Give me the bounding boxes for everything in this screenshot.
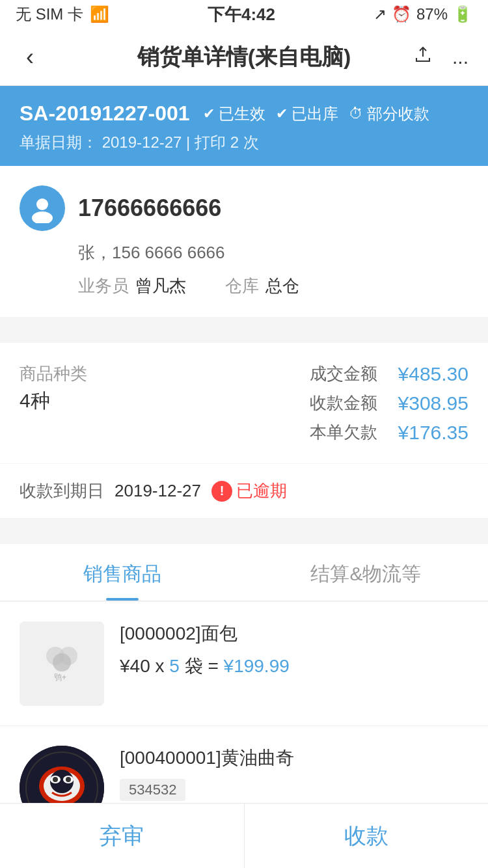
reject-button[interactable]: 弃审: [0, 804, 245, 868]
svg-text:鸮+: 鸮+: [54, 673, 66, 682]
category-count: 4种: [20, 388, 87, 414]
more-button[interactable]: ...: [452, 46, 468, 68]
collected-label: 收款金额: [310, 392, 377, 414]
product-info-1: [0000002]面包 ¥40 x 5 袋 = ¥199.99: [120, 621, 468, 679]
nav-bar: ‹ 销货单详情(来自电脑) ...: [0, 29, 488, 86]
salesman-label: 业务员: [78, 275, 129, 297]
print-count: 2: [230, 133, 239, 151]
print-unit: 次: [243, 133, 259, 151]
svg-point-14: [66, 777, 71, 782]
salesman-name: 曾凡杰: [135, 275, 186, 297]
overdue-badge: ! 已逾期: [211, 480, 287, 502]
product-name-2: [000400001]黄油曲奇: [120, 746, 468, 770]
status-time: 下午4:42: [208, 3, 275, 26]
status-effective: ✔ 已生效: [203, 103, 265, 124]
nav-actions: ...: [413, 45, 468, 69]
debt-row: 本单欠款 ¥176.35: [310, 421, 468, 444]
order-date-info: 单据日期： 2019-12-27 | 打印 2 次: [20, 132, 468, 153]
stats-section: 商品种类 4种 成交金额 ¥485.30 收款金额 ¥308.95 本单欠款 ¥…: [0, 343, 488, 463]
svg-point-1: [32, 211, 53, 223]
customer-section: 17666666666 张，156 6666 6666 业务员 曾凡杰 仓库 总…: [0, 166, 488, 317]
carrier-text: 无 SIM 卡: [16, 4, 83, 25]
debt-value: ¥176.35: [390, 422, 468, 444]
amount-row: 成交金额 ¥485.30: [310, 362, 468, 385]
product-qty-1: 5: [169, 656, 180, 676]
product-name-1: [0000002]面包: [120, 621, 468, 646]
customer-meta: 业务员 曾凡杰 仓库 总仓: [20, 275, 468, 297]
status-shipped: ✔ 已出库: [276, 103, 338, 124]
status-partial: ⏱ 部分收款: [349, 103, 429, 124]
print-separator: | 打印: [186, 133, 230, 151]
collected-row: 收款金额 ¥308.95: [310, 392, 468, 414]
wifi-icon: 📶: [90, 5, 109, 23]
overdue-icon: !: [211, 481, 232, 502]
location-icon: ↗: [373, 5, 386, 23]
category-stats: 商品种类 4种: [20, 362, 87, 414]
collected-value: ¥308.95: [390, 392, 468, 414]
svg-point-0: [36, 198, 48, 210]
due-date-value: 2019-12-27: [115, 481, 201, 501]
status-right: ↗ ⏰ 87% 🔋: [373, 5, 472, 23]
due-date-section: 收款到期日 2019-12-27 ! 已逾期: [0, 464, 488, 518]
warehouse-label: 仓库: [225, 275, 259, 297]
warehouse-info: 仓库 总仓: [225, 275, 299, 297]
amount-value: ¥485.30: [390, 363, 468, 385]
status-left: 无 SIM 卡 📶: [16, 4, 109, 25]
page-title: 销货单详情(来自电脑): [137, 42, 351, 72]
back-button[interactable]: ‹: [20, 37, 40, 77]
warehouse-name: 总仓: [265, 275, 299, 297]
avatar: [20, 185, 65, 231]
order-number-row: SA-20191227-001 ✔ 已生效 ✔ 已出库 ⏱ 部分收款: [20, 102, 468, 126]
battery-text: 87%: [416, 5, 448, 23]
customer-id: 17666666666: [78, 195, 221, 222]
divider-2: [0, 531, 488, 544]
customer-name-row: 17666666666: [20, 185, 468, 231]
order-number: SA-20191227-001: [20, 102, 190, 126]
check-icon-2: ✔: [276, 105, 288, 122]
tab-settlement-logistics[interactable]: 结算&物流等: [244, 544, 488, 601]
product-total-1: ¥199.99: [224, 656, 290, 676]
debt-label: 本单欠款: [310, 421, 377, 444]
overdue-text: 已逾期: [236, 480, 287, 502]
collect-button[interactable]: 收款: [245, 804, 489, 868]
salesman-info: 业务员 曾凡杰: [78, 275, 186, 297]
status-bar: 无 SIM 卡 📶 下午4:42 ↗ ⏰ 87% 🔋: [0, 0, 488, 29]
clock-icon: ⏱: [349, 105, 363, 122]
amount-label: 成交金额: [310, 362, 377, 385]
check-icon-1: ✔: [203, 105, 215, 122]
divider-1: [0, 330, 488, 343]
product-price-1: ¥40 x 5 袋 = ¥199.99: [120, 654, 468, 679]
order-date: 2019-12-27: [102, 133, 182, 151]
product-tag-2: 534532: [120, 779, 185, 801]
order-header: SA-20191227-001 ✔ 已生效 ✔ 已出库 ⏱ 部分收款 单据日期：…: [0, 86, 488, 166]
category-label: 商品种类: [20, 362, 87, 385]
status-tags: ✔ 已生效 ✔ 已出库 ⏱ 部分收款: [203, 103, 429, 124]
tabs-container: 销售商品 结算&物流等: [0, 544, 488, 601]
tab-sales-products[interactable]: 销售商品: [0, 544, 244, 601]
bottom-bar: 弃审 收款: [0, 803, 488, 868]
svg-point-4: [53, 653, 71, 671]
battery-icon: 🔋: [453, 5, 472, 23]
customer-contact: 张，156 6666 6666: [20, 241, 468, 264]
product-item: 鸮+ [0000002]面包 ¥40 x 5 袋 = ¥199.99: [0, 602, 488, 726]
date-label: 单据日期：: [20, 133, 98, 151]
financial-stats: 成交金额 ¥485.30 收款金额 ¥308.95 本单欠款 ¥176.35: [310, 362, 468, 444]
svg-point-13: [53, 777, 58, 782]
alarm-icon: ⏰: [392, 5, 411, 23]
due-label: 收款到期日: [20, 480, 104, 502]
product-thumb-1: 鸮+: [20, 621, 104, 706]
share-button[interactable]: [413, 45, 433, 69]
